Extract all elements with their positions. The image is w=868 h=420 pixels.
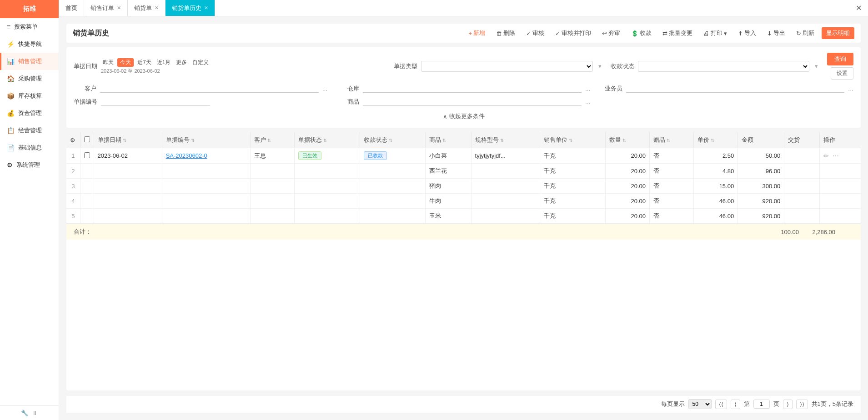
tab-sales-delivery[interactable]: 销货单 ✕: [128, 0, 166, 16]
sidebar-item-system[interactable]: ⚙ 系统管理: [0, 156, 59, 174]
sidebar-item-quick-nav[interactable]: ⚡ 快捷导航: [0, 35, 59, 53]
tabs-close-all[interactable]: ✕: [849, 4, 868, 12]
refresh-icon: ↻: [796, 30, 801, 37]
th-unit[interactable]: 销售单位 ⇅: [540, 132, 605, 148]
customer-picker[interactable]: ...: [322, 85, 328, 92]
th-payment-status[interactable]: 收款状态 ⇅: [360, 132, 426, 148]
row-amount: 920.00: [738, 209, 784, 224]
page-first-button[interactable]: ⟨⟨: [715, 400, 727, 409]
row-spec: [471, 209, 540, 224]
row-delivery: [784, 179, 819, 194]
collapse-button[interactable]: ∧ 收起更多条件: [74, 110, 853, 122]
th-doc-status[interactable]: 单据状态 ⇅: [295, 132, 360, 148]
audit-button[interactable]: ✓ 审核: [522, 27, 548, 39]
sidebar-item-operations[interactable]: 📋 经营管理: [0, 122, 59, 139]
th-doc-number[interactable]: 单据编号 ⇅: [162, 132, 250, 148]
th-settings[interactable]: ⚙: [66, 132, 80, 148]
row-delivery: [784, 209, 819, 224]
sidebar-item-label: 经营管理: [18, 126, 42, 135]
table-settings-icon[interactable]: ⚙: [70, 137, 75, 144]
new-button[interactable]: + 新增: [465, 27, 489, 39]
shortcut-more[interactable]: 更多: [174, 58, 189, 67]
doc-type-select[interactable]: [421, 61, 592, 72]
sidebar-item-sales[interactable]: 📊 销售管理: [0, 53, 59, 70]
sidebar-item-label: 基础信息: [18, 144, 42, 152]
th-date[interactable]: 单据日期 ⇅: [94, 132, 162, 148]
payment-status-select[interactable]: [638, 61, 809, 72]
select-all-checkbox[interactable]: [84, 136, 90, 142]
goods-picker[interactable]: ...: [585, 98, 591, 105]
page-prev-button[interactable]: ⟨: [731, 400, 740, 409]
th-unit-sort-icon: ⇅: [569, 138, 572, 143]
shortcut-1month[interactable]: 近1月: [155, 58, 173, 67]
main-table: ⚙ 单据日期 ⇅ 单据编号: [66, 132, 861, 224]
page-title: 销货单历史: [73, 29, 109, 38]
tab-sales-order[interactable]: 销售订单 ✕: [84, 0, 128, 16]
page-number-input[interactable]: [753, 400, 770, 409]
delete-icon: 🗑: [496, 30, 502, 37]
staff-input[interactable]: [626, 84, 845, 93]
row-payment-status: [360, 179, 426, 194]
row-doc-status: [295, 164, 360, 179]
page-last-button[interactable]: ⟩⟩: [796, 400, 808, 409]
export-button[interactable]: ⬇ 导出: [763, 27, 789, 39]
th-goods[interactable]: 商品 ⇅: [425, 132, 471, 148]
toolbar: + 新增 🗑 删除 ✓ 审核 ✓ 审核并打印 ↩ 弃审: [465, 27, 854, 39]
th-spec[interactable]: 规格型号 ⇅: [471, 132, 540, 148]
sidebar-bottom-icon2[interactable]: ⏸: [32, 410, 38, 416]
doc-number-input[interactable]: [101, 97, 210, 106]
sidebar-item-search-menu[interactable]: ≡ 搜索菜单: [0, 18, 59, 35]
warehouse-input[interactable]: [363, 84, 582, 93]
page-next-button[interactable]: ⟩: [783, 400, 793, 409]
sidebar-item-purchase[interactable]: 🏠 采购管理: [0, 70, 59, 87]
th-customer[interactable]: 客户 ⇅: [251, 132, 295, 148]
goods-input[interactable]: [363, 97, 582, 106]
warehouse-picker[interactable]: ...: [585, 85, 591, 92]
audit-print-button[interactable]: ✓ 审核并打印: [552, 27, 595, 39]
customer-input[interactable]: [100, 84, 319, 93]
refresh-button[interactable]: ↻ 刷新: [793, 27, 818, 39]
shortcut-yesterday[interactable]: 昨天: [101, 58, 115, 67]
doc-type-label: 单据类型: [394, 62, 417, 70]
shortcut-7days[interactable]: 近7天: [135, 58, 153, 67]
row-goods: 玉米: [425, 209, 471, 224]
tab-sales-history[interactable]: 销货单历史 ✕: [166, 0, 215, 16]
import-button[interactable]: ⬆ 导入: [734, 27, 760, 39]
shortcut-custom[interactable]: 自定义: [191, 58, 211, 67]
row-checkbox[interactable]: [84, 152, 90, 158]
receive-button[interactable]: 💲 收款: [627, 27, 655, 39]
system-icon: ⚙: [7, 161, 13, 169]
sidebar-item-basic-info[interactable]: 📄 基础信息: [0, 139, 59, 156]
sidebar-bottom-icon1[interactable]: 🔧: [21, 410, 28, 416]
tab-sales-order-close[interactable]: ✕: [117, 5, 121, 11]
th-gift[interactable]: 赠品 ⇅: [649, 132, 693, 148]
batch-change-icon: ⇄: [662, 30, 667, 37]
th-delivery: 交货: [784, 132, 819, 148]
th-unit-price[interactable]: 单价 ⇅: [694, 132, 738, 148]
row-actions: [819, 164, 861, 179]
tab-sales-history-close[interactable]: ✕: [204, 5, 208, 11]
row-actions: [819, 209, 861, 224]
per-page-select[interactable]: 50 100 200: [688, 399, 712, 409]
show-detail-button[interactable]: 显示明细: [822, 27, 854, 39]
abandon-button[interactable]: ↩ 弃审: [598, 27, 624, 39]
set-button[interactable]: 设置: [831, 67, 853, 80]
row-gift: 否: [649, 179, 693, 194]
more-icon[interactable]: ⋯: [833, 152, 839, 160]
delete-button[interactable]: 🗑 删除: [492, 27, 519, 39]
staff-picker[interactable]: ...: [848, 85, 853, 92]
payment-status-dropdown-icon: ▾: [815, 63, 818, 70]
tab-sales-delivery-close[interactable]: ✕: [155, 5, 159, 11]
print-button[interactable]: 🖨 打印 ▾: [700, 27, 731, 39]
shortcut-today[interactable]: 今天: [117, 58, 134, 67]
doc-number-link[interactable]: SA-20230602-0: [166, 152, 207, 159]
sidebar-item-inventory[interactable]: 📦 库存核算: [0, 87, 59, 105]
row-gift: 否: [649, 164, 693, 179]
th-quantity[interactable]: 数量 ⇅: [605, 132, 649, 148]
sidebar-item-finance[interactable]: 💰 资金管理: [0, 105, 59, 122]
row-checkbox-cell: [80, 164, 94, 179]
edit-icon[interactable]: ✏: [823, 152, 829, 160]
batch-change-button[interactable]: ⇄ 批量变更: [659, 27, 696, 39]
query-button[interactable]: 查询: [827, 53, 853, 65]
tab-home[interactable]: 首页: [59, 0, 84, 16]
